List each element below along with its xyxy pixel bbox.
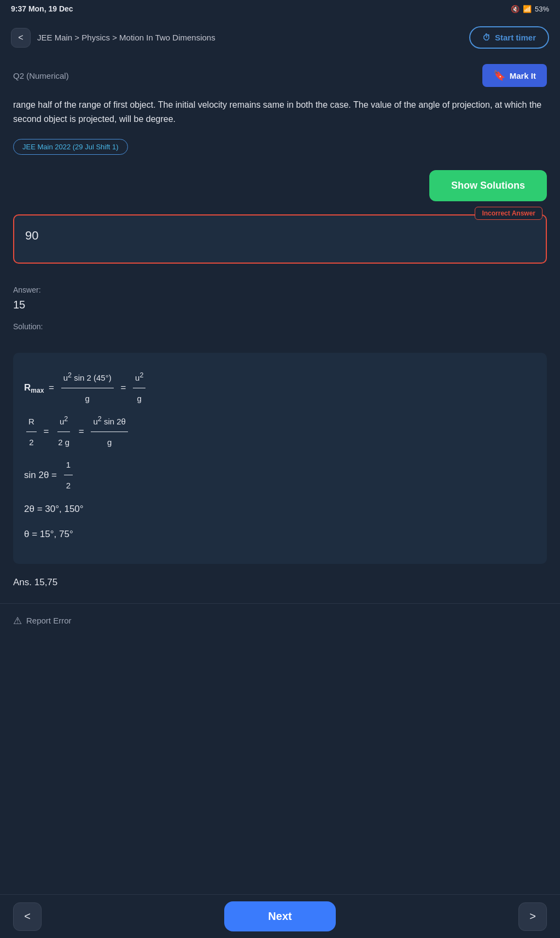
wifi-icon: 📶 (523, 5, 532, 13)
question-meta: Q2 (Numerical) 🔖 Mark It (0, 57, 560, 94)
mark-it-label: Mark It (510, 71, 536, 80)
fraction-u22g: u2 2 g (56, 412, 72, 451)
prev-button[interactable]: < (13, 902, 42, 931)
show-solutions-button[interactable]: Show Solutions (429, 170, 547, 201)
formula-row-2: R 2 = u2 2 g = u2 sin 2θ g (24, 412, 536, 451)
start-timer-button[interactable]: ⏱ Start timer (469, 26, 549, 49)
breadcrumb: JEE Main > Physics > Motion In Two Dimen… (37, 33, 215, 42)
header-left: < JEE Main > Physics > Motion In Two Dim… (11, 28, 215, 48)
fraction-u2sin2theta: u2 sin 2θ g (91, 412, 128, 451)
answer-section: Answer: 15 Solution: (0, 277, 560, 348)
question-label: Q2 (Numerical) (13, 71, 69, 80)
fraction-2: u2 g (133, 368, 145, 407)
fraction-r2: R 2 (26, 412, 37, 451)
user-answer-value: 90 (25, 229, 38, 242)
answer-input-box[interactable]: 90 (13, 214, 547, 264)
back-button[interactable]: < (11, 28, 31, 48)
status-time: 9:37 Mon, 19 Dec (11, 4, 73, 13)
show-solutions-row: Show Solutions (0, 166, 560, 210)
answer-box-container: Incorrect Answer 90 (13, 214, 547, 264)
exam-tag[interactable]: JEE Main 2022 (29 Jul Shift 1) (13, 139, 128, 155)
next-button[interactable]: Next (224, 901, 335, 931)
formula-row-5: θ = 15°, 75° (24, 524, 536, 544)
report-error-row[interactable]: ⚠ Report Error (0, 608, 560, 638)
math-solution-block: Rmax = u2 sin 2 (45°) g = u2 g R 2 = u2 … (13, 353, 547, 564)
report-error-label: Report Error (26, 616, 72, 625)
tag-row: JEE Main 2022 (29 Jul Shift 1) (0, 135, 560, 166)
formula-row-1: Rmax = u2 sin 2 (45°) g = u2 g (24, 368, 536, 407)
final-answer: Ans. 15,75 (0, 573, 560, 599)
fraction-half: 1 2 (64, 456, 73, 494)
next-arrow-button[interactable]: > (518, 902, 547, 931)
warning-icon: ⚠ (13, 615, 22, 627)
formula-row-4: 2θ = 30°, 150° (24, 499, 536, 519)
mark-it-button[interactable]: 🔖 Mark It (482, 64, 547, 87)
header: < JEE Main > Physics > Motion In Two Dim… (0, 18, 560, 57)
answer-value: 15 (13, 299, 547, 311)
solution-label: Solution: (13, 322, 547, 331)
formula-row-3: sin 2θ = 1 2 (24, 456, 536, 494)
start-timer-label: Start timer (495, 33, 536, 42)
battery-text: 53% (535, 5, 549, 13)
divider (0, 603, 560, 604)
question-text: range half of the range of first object.… (0, 94, 560, 135)
rmax-label: Rmax (24, 377, 44, 398)
status-icons: 🔇 📶 53% (511, 5, 549, 13)
incorrect-badge: Incorrect Answer (475, 207, 542, 220)
answer-label: Answer: (13, 286, 547, 294)
timer-icon: ⏱ (482, 33, 491, 42)
bottom-nav: < Next > (0, 894, 560, 938)
theta-eq: θ = 15°, 75° (24, 524, 73, 544)
mute-icon: 🔇 (511, 5, 520, 13)
bookmark-icon: 🔖 (493, 69, 505, 81)
status-bar: 9:37 Mon, 19 Dec 🔇 📶 53% (0, 0, 560, 18)
fraction-1: u2 sin 2 (45°) g (61, 368, 114, 407)
two-theta-eq: 2θ = 30°, 150° (24, 499, 84, 519)
